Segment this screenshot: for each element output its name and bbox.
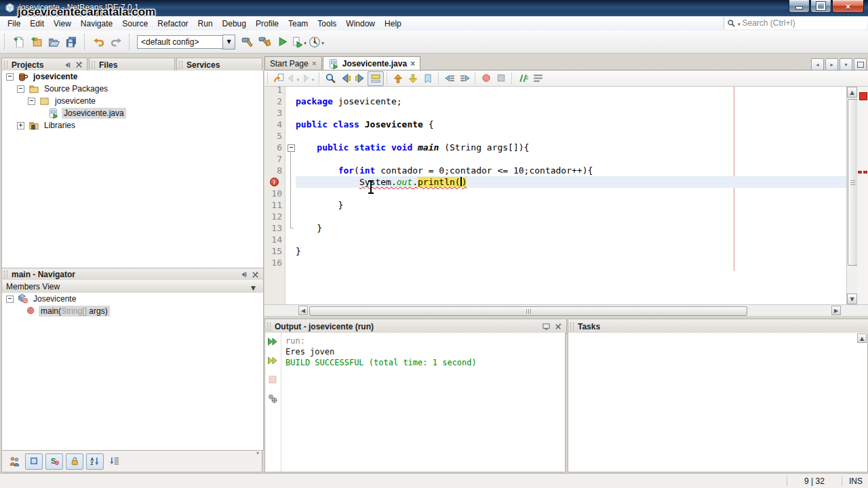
stop-run-button[interactable] [264, 372, 281, 387]
vertical-scroll-thumb[interactable] [848, 99, 858, 266]
quick-search[interactable]: ▾ Search (Ctrl+I) [724, 17, 867, 29]
menu-run[interactable]: Run [193, 18, 218, 30]
code-line[interactable]: } [296, 245, 846, 257]
uncomment-button[interactable] [530, 72, 545, 85]
tasks-scroll-up-button[interactable]: ▲ [857, 333, 867, 343]
code-line[interactable]: } [296, 222, 846, 234]
forward-button[interactable]: ▾ [301, 72, 316, 85]
shift-left-button[interactable] [442, 72, 457, 85]
close-tab-icon[interactable]: × [312, 60, 317, 68]
menu-source[interactable]: Source [117, 18, 153, 30]
next-occurrence-button[interactable] [406, 72, 420, 85]
error-stripe[interactable] [857, 87, 868, 304]
error-stripe-line-mark[interactable] [858, 171, 862, 174]
project-tree-item[interactable]: −josevicente [2, 95, 263, 107]
code-line[interactable] [296, 257, 846, 268]
maximize-editor-button[interactable] [854, 58, 867, 70]
macro-stop-button[interactable] [494, 72, 509, 85]
menu-team[interactable]: Team [283, 18, 313, 30]
minimize-button[interactable] [789, 0, 810, 13]
last-edit-button[interactable] [271, 72, 286, 85]
dock-icon[interactable] [239, 270, 248, 279]
minimize-window-icon[interactable] [542, 323, 551, 331]
expander-minus-icon[interactable]: − [28, 98, 35, 105]
vertical-scrollbar[interactable]: ▲ ▼ [846, 87, 857, 304]
title-bar[interactable]: josevicente - NetBeans IDE 7.0.1 josevic… [0, 0, 868, 16]
project-tree-item[interactable]: Josevicente.java [2, 107, 263, 119]
output-text[interactable]: run:Eres jovenBUILD SUCCESSFUL (total ti… [285, 336, 477, 368]
fold-collapse-icon[interactable]: − [288, 144, 295, 152]
menu-file[interactable]: File [3, 18, 25, 30]
menu-tools[interactable]: Tools [313, 18, 341, 30]
tasks-panel[interactable]: ▲ [568, 333, 868, 472]
debug-project-button[interactable]: ▾ [291, 33, 309, 51]
menu-help[interactable]: Help [380, 18, 406, 30]
menu-edit[interactable]: Edit [25, 18, 49, 30]
horizontal-scrollbar[interactable]: ◀ ▶ [264, 304, 868, 316]
comment-button[interactable] [515, 72, 530, 85]
sort-alpha-filter-button[interactable]: AZ [86, 453, 104, 470]
project-tree-item[interactable]: −Source Packages [2, 83, 263, 95]
explorer-header-projects[interactable]: Projects [1, 58, 87, 72]
show-non-public-filter-button[interactable] [66, 453, 83, 470]
code-line[interactable] [296, 211, 846, 222]
redo-button[interactable] [107, 33, 125, 51]
expander-minus-icon[interactable]: − [17, 85, 24, 93]
project-tree-item[interactable]: +Libraries [2, 119, 263, 131]
find-prev-button[interactable] [338, 72, 353, 85]
undo-button[interactable] [90, 33, 107, 51]
close-panel-icon[interactable] [252, 271, 259, 279]
config-combo[interactable]: <default config>▼ [137, 35, 235, 49]
run-options-button[interactable] [264, 391, 281, 406]
back-button[interactable]: ▾ [286, 72, 301, 85]
rerun-alt-button[interactable] [264, 353, 281, 368]
menu-navigate[interactable]: Navigate [76, 18, 117, 30]
navigator-header[interactable]: main - Navigator [1, 268, 264, 281]
code-line[interactable] [296, 234, 846, 245]
profile-project-button[interactable]: ▾ [309, 33, 326, 51]
save-all-button[interactable] [62, 33, 80, 51]
maximize-button[interactable] [810, 0, 831, 13]
explorer-header-files[interactable]: Files [89, 58, 175, 72]
expander-plus-icon[interactable]: + [17, 122, 24, 129]
menu-debug[interactable]: Debug [218, 18, 251, 30]
code-area[interactable]: package josevicente;public class Josevic… [296, 87, 846, 304]
navigator-tree-item[interactable]: −Josevicente [2, 293, 263, 305]
code-line[interactable]: for(int contador = 0;contador <= 10;cont… [296, 165, 846, 176]
run-project-button[interactable] [273, 33, 291, 51]
expander-minus-icon[interactable]: − [6, 73, 14, 81]
output-console[interactable]: run:Eres jovenBUILD SUCCESSFUL (total ti… [264, 333, 566, 472]
explorer-header-services[interactable]: Services [176, 58, 262, 72]
clean-build-button[interactable] [256, 33, 273, 51]
new-project-button[interactable] [27, 33, 45, 51]
rerun-button[interactable] [264, 334, 281, 349]
menu-window[interactable]: Window [341, 18, 380, 30]
config-dropdown-button[interactable]: ▼ [222, 35, 235, 49]
code-line[interactable]: package josevicente; [296, 96, 846, 107]
code-line[interactable] [296, 87, 846, 96]
close-tab-icon[interactable]: × [410, 60, 415, 68]
tasks-header[interactable]: Tasks [568, 319, 868, 334]
scroll-down-button[interactable]: ▼ [847, 293, 857, 304]
code-line[interactable]: System.out.println() [296, 176, 846, 188]
expander-minus-icon[interactable]: − [6, 296, 14, 303]
project-tree-item[interactable]: −josevicente [2, 70, 263, 83]
code-line[interactable] [296, 153, 846, 165]
error-badge-icon[interactable]: ! [270, 178, 279, 186]
menu-refactor[interactable]: Refactor [153, 18, 193, 30]
code-line[interactable] [296, 107, 846, 119]
editor-tab-josevicente-java[interactable]: Josevicente.java× [323, 56, 420, 70]
scroll-left-button[interactable]: ◀ [298, 306, 308, 315]
splitter-handle-icon[interactable]: ▾ [256, 450, 259, 456]
tab-list-dropdown-button[interactable]: ▾ [840, 58, 852, 70]
navigator-tree-item[interactable]: main(String[] args) [2, 305, 263, 317]
code-line[interactable]: } [296, 199, 846, 211]
open-project-button[interactable] [45, 33, 62, 51]
scroll-tabs-left-button[interactable]: ◂ [811, 58, 824, 70]
code-line[interactable] [296, 130, 846, 142]
highlight-toggle-button[interactable] [368, 71, 384, 86]
sort-source-filter-button[interactable] [106, 454, 123, 469]
find-selection-button[interactable] [323, 72, 338, 85]
new-file-button[interactable] [9, 33, 27, 51]
editor-tab-start-page[interactable]: Start Page× [264, 56, 322, 70]
